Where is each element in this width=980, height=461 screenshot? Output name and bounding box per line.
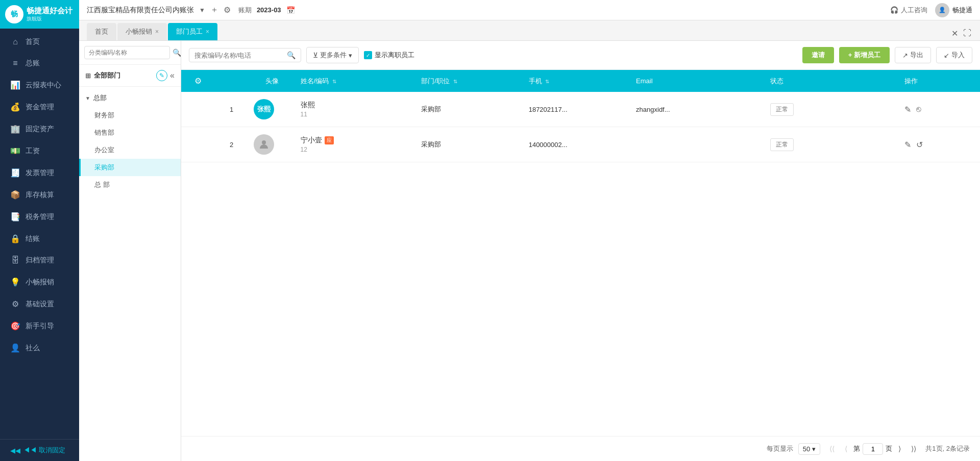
company-settings-icon[interactable]: ⚙ xyxy=(224,5,231,15)
prev-page-button[interactable]: ⟨ xyxy=(841,443,851,455)
last-page-button[interactable]: ⟩⟩ xyxy=(907,443,920,455)
employee-search-input[interactable] xyxy=(194,52,284,59)
row2-no-cell: 2 xyxy=(215,127,249,162)
svg-point-0 xyxy=(262,140,266,144)
sidebar-item-tax[interactable]: 📑 税务管理 xyxy=(0,206,79,228)
tab-expand-actions: ✕ ⛶ xyxy=(949,28,972,40)
th-name[interactable]: 姓名/编码 ⇅ xyxy=(296,70,416,92)
sidebar-item-invoice[interactable]: 🧾 发票管理 xyxy=(0,162,79,184)
sidebar-item-home[interactable]: ⌂ 首页 xyxy=(0,31,79,53)
sidebar-item-settings[interactable]: ⚙ 基础设置 xyxy=(0,293,79,315)
sidebar-item-ledger[interactable]: ≡ 总账 xyxy=(0,53,79,74)
support-button[interactable]: 🎧 人工咨询 xyxy=(890,6,927,15)
th-no xyxy=(215,70,249,92)
dept-item-xiaoshou[interactable]: 销售部 xyxy=(79,124,181,141)
app-logo: 畅 畅捷通好会计 旗舰版 xyxy=(0,0,79,29)
sidebar-item-more[interactable]: 👤 社么 xyxy=(0,337,79,359)
sidebar-item-reports[interactable]: 📊 云报表中心 xyxy=(0,74,79,96)
calendar-icon[interactable]: 📅 xyxy=(286,6,295,14)
expand-window-icon[interactable]: ⛶ xyxy=(962,28,972,38)
action-buttons: ✎ ⎋ xyxy=(904,105,975,114)
funds-icon: 💰 xyxy=(10,102,20,112)
sidebar-item-funds[interactable]: 💰 资金管理 xyxy=(0,96,79,118)
avatar: 张熙 xyxy=(254,99,274,119)
logout-button[interactable]: ⎋ xyxy=(916,105,921,114)
import-icon: ↙ xyxy=(944,52,949,59)
sidebar-item-salary[interactable]: 💵 工资 xyxy=(0,140,79,162)
th-phone[interactable]: 手机 ⇅ xyxy=(524,70,631,92)
close-window-icon[interactable]: ✕ xyxy=(949,28,960,38)
employee-panel: 🔍 ⊻ 更多条件 ▾ ✓ 显示离职员工 邀请 + 新增员工 ↗ 导出 xyxy=(181,41,980,461)
settings-gear-icon[interactable]: ⚙ xyxy=(194,77,202,85)
delete-button[interactable]: ↺ xyxy=(916,140,923,150)
tab-dept-emp-close[interactable]: × xyxy=(206,28,209,35)
dept-group-header-zongbu[interactable]: ▼ 总部 xyxy=(79,89,181,107)
next-page-button[interactable]: ⟩ xyxy=(894,443,905,455)
name-sort-icon: ⇅ xyxy=(332,79,336,84)
sidebar-item-label: 资金管理 xyxy=(26,103,54,112)
sidebar-item-label: 结账 xyxy=(26,234,40,244)
employee-search-icon[interactable]: 🔍 xyxy=(287,51,296,59)
ledger-icon: ≡ xyxy=(10,59,20,68)
tab-expense-close[interactable]: × xyxy=(155,28,159,35)
action-buttons: ✎ ↺ xyxy=(904,140,975,150)
dept-collapse-icon[interactable]: « xyxy=(170,71,175,80)
page-number-input[interactable] xyxy=(863,443,883,455)
employee-toolbar: 🔍 ⊻ 更多条件 ▾ ✓ 显示离职员工 邀请 + 新增员工 ↗ 导出 xyxy=(181,41,980,70)
show-resigned-checkbox[interactable]: ✓ 显示离职员工 xyxy=(364,51,414,60)
per-page-select[interactable]: 50 ▾ xyxy=(798,443,820,455)
cancel-fixed-label: ◀◀ 取消固定 xyxy=(23,446,65,455)
sidebar-item-expense[interactable]: 💡 小畅报销 xyxy=(0,271,79,293)
dept-caiwu-label: 财务部 xyxy=(94,111,114,119)
row1-name-cell: 张熙 11 xyxy=(296,92,416,127)
dept-item-zongbu[interactable]: 总 部 xyxy=(79,176,181,193)
sidebar-item-archive[interactable]: 🗄 归档管理 xyxy=(0,250,79,271)
dept-search-input[interactable] xyxy=(84,46,170,59)
add-company-icon[interactable]: ＋ xyxy=(210,5,218,15)
employee-table: ⚙ 头像 姓名/编码 ⇅ 部门/职位 ⇅ 手机 ⇅ xyxy=(181,70,980,162)
edit-button[interactable]: ✎ xyxy=(904,140,911,150)
dept-search-area: 🔍 xyxy=(79,41,181,65)
first-page-button[interactable]: ⟨⟨ xyxy=(825,443,839,455)
headset-icon: 🎧 xyxy=(890,6,898,14)
tab-expense[interactable]: 小畅报销 × xyxy=(117,23,167,40)
sidebar-item-fixed-assets[interactable]: 🏢 固定资产 xyxy=(0,118,79,140)
sidebar-item-label: 归档管理 xyxy=(26,256,54,265)
sidebar: 畅 畅捷通好会计 旗舰版 ⌂ 首页 ≡ 总账 📊 云报表中心 💰 资金管理 🏢 … xyxy=(0,0,79,461)
sidebar-item-guide[interactable]: 🎯 新手引导 xyxy=(0,315,79,337)
sidebar-item-label: 社么 xyxy=(26,344,40,353)
name-code-area: 宁小壹 应 12 xyxy=(301,136,411,153)
tab-dept-emp[interactable]: 部门员工 × xyxy=(168,23,217,40)
user-info[interactable]: 👤 畅捷通 xyxy=(935,3,972,17)
status-badge: 正常 xyxy=(770,103,794,116)
row2-avatar-cell xyxy=(249,127,296,162)
cancel-fixed-btn[interactable]: ◀◀ ◀◀ 取消固定 xyxy=(0,439,79,461)
company-dropdown-icon[interactable]: ▼ xyxy=(199,7,205,14)
edit-button[interactable]: ✎ xyxy=(904,105,911,114)
dept-item-caigou[interactable]: 采购部 xyxy=(79,159,181,176)
more-icon: 👤 xyxy=(10,343,20,353)
tab-home[interactable]: 首页 xyxy=(87,23,116,40)
sidebar-item-close-period[interactable]: 🔒 结账 xyxy=(0,228,79,250)
name-code-area: 张熙 11 xyxy=(301,101,411,118)
sidebar-item-inventory[interactable]: 📦 库存核算 xyxy=(0,184,79,206)
phone-sort-icon: ⇅ xyxy=(545,79,549,84)
import-button[interactable]: ↙ 导入 xyxy=(936,47,972,63)
guide-icon: 🎯 xyxy=(10,321,20,331)
dept-item-bangong[interactable]: 办公室 xyxy=(79,141,181,159)
dept-search-icon[interactable]: 🔍 xyxy=(173,48,181,57)
sidebar-item-label: 库存核算 xyxy=(26,190,54,200)
invite-button[interactable]: 邀请 xyxy=(802,47,834,63)
more-filter-button[interactable]: ⊻ 更多条件 ▾ xyxy=(306,47,359,63)
tab-home-label: 首页 xyxy=(95,27,108,36)
dept-caigou-label: 采购部 xyxy=(94,163,114,171)
page-navigation: ⟨⟨ ⟨ 第 页 ⟩ ⟩⟩ xyxy=(825,443,920,455)
dept-item-caiwu[interactable]: 财务部 xyxy=(79,107,181,124)
dept-edit-button[interactable]: ✎ xyxy=(156,70,167,81)
tab-dept-emp-label: 部门员工 xyxy=(176,27,203,36)
th-dept[interactable]: 部门/职位 ⇅ xyxy=(416,70,523,92)
sidebar-item-label: 固定资产 xyxy=(26,125,54,134)
add-employee-button[interactable]: + 新增员工 xyxy=(839,47,890,63)
export-button[interactable]: ↗ 导出 xyxy=(895,47,931,63)
th-settings[interactable]: ⚙ xyxy=(181,70,215,92)
